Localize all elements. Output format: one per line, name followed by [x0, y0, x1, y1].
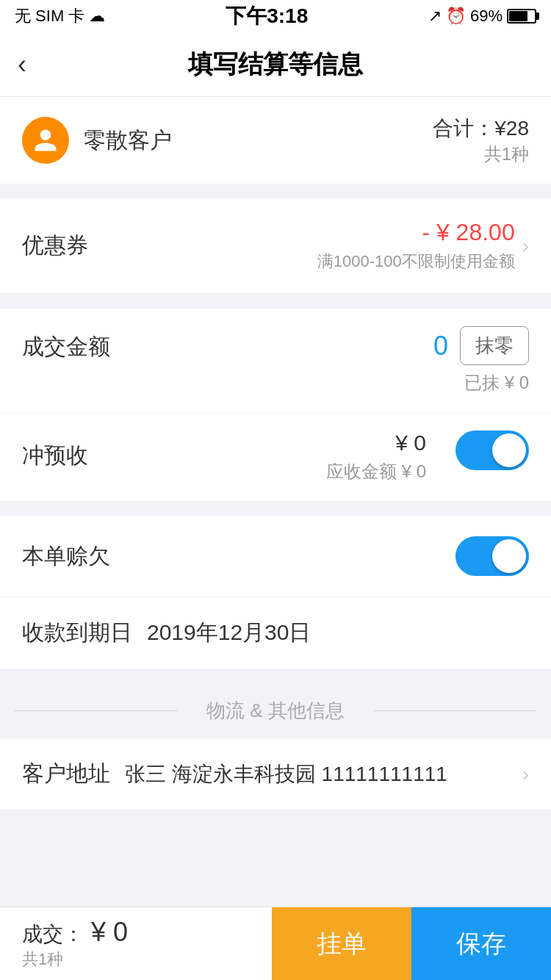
- flush-amount: ¥ 0: [395, 430, 426, 455]
- coupon-section: 优惠券 - ¥ 28.00 满1000-100不限制使用金额 ›: [0, 198, 551, 294]
- address-value: 张三 海淀永丰科技园 11111111111: [125, 760, 522, 788]
- bottom-bar: 成交： ¥ 0 共1种 挂单 保存: [0, 907, 551, 980]
- flush-prepay-toggle[interactable]: [455, 430, 529, 470]
- coupon-row[interactable]: 优惠券 - ¥ 28.00 满1000-100不限制使用金额 ›: [0, 198, 551, 294]
- coupon-amount: - ¥ 28.00: [422, 219, 514, 246]
- hold-button[interactable]: 挂单: [272, 907, 411, 980]
- debit-row: 本单赊欠: [0, 516, 551, 597]
- deal-amount-right: 0 抹零 已抹 ¥ 0: [404, 326, 529, 394]
- sim-status: 无 SIM 卡 ☁: [15, 5, 105, 27]
- debit-toggle-knob: [492, 539, 526, 573]
- page-title: 填写结算等信息: [188, 48, 363, 82]
- save-button[interactable]: 保存: [411, 907, 551, 980]
- battery-icon: [507, 9, 536, 24]
- back-button[interactable]: ‹: [18, 49, 26, 80]
- debit-section: 本单赊欠 收款到期日 2019年12月30日: [0, 516, 551, 669]
- customer-avatar: [22, 117, 69, 164]
- flush-prepay-right: ¥ 0 应收金额 ¥ 0: [326, 430, 426, 483]
- coupon-right: - ¥ 28.00 满1000-100不限制使用金额 ›: [317, 219, 529, 273]
- deal-section: 成交金额 0 抹零 已抹 ¥ 0 冲预收 ¥ 0 应收金额 ¥ 0: [0, 309, 551, 501]
- logistics-divider: 物流 & 其他信息: [0, 683, 551, 738]
- alarm-icon: ⏰: [446, 7, 466, 26]
- coupon-label: 优惠券: [22, 231, 88, 261]
- address-chevron-icon: ›: [522, 763, 529, 786]
- status-left: 无 SIM 卡 ☁: [15, 5, 105, 27]
- battery-percent: 69%: [470, 7, 503, 26]
- customer-name: 零散客户: [84, 126, 172, 156]
- bottom-deal-row: 成交： ¥ 0: [22, 917, 250, 948]
- address-row[interactable]: 客户地址 张三 海淀永丰科技园 11111111111 ›: [0, 738, 551, 810]
- coupon-chevron-icon: ›: [522, 234, 529, 258]
- status-time: 下午3:18: [226, 2, 308, 30]
- logistics-line-left: [15, 710, 177, 711]
- due-date-row: 收款到期日 2019年12月30日: [0, 597, 551, 669]
- nav-bar: ‹ 填写结算等信息: [0, 32, 551, 97]
- due-date-label: 收款到期日: [22, 618, 132, 648]
- deal-amount-value[interactable]: 0: [404, 331, 448, 361]
- debit-label: 本单赊欠: [22, 541, 110, 572]
- flush-sub-label: 应收金额 ¥ 0: [326, 460, 426, 483]
- deal-sub-label: 已抹 ¥ 0: [464, 371, 529, 394]
- due-date-value[interactable]: 2019年12月30日: [147, 618, 311, 648]
- flush-prepay-row: 冲预收 ¥ 0 应收金额 ¥ 0: [0, 413, 551, 501]
- customer-total: 合计：¥28: [433, 115, 529, 143]
- coupon-desc: 满1000-100不限制使用金额: [317, 251, 515, 273]
- status-bar: 无 SIM 卡 ☁ 下午3:18 ↗ ⏰ 69%: [0, 0, 551, 32]
- customer-total-area: 合计：¥28 共1种: [433, 115, 529, 166]
- logistics-line-right: [374, 710, 536, 711]
- address-section: 客户地址 张三 海淀永丰科技园 11111111111 ›: [0, 738, 551, 810]
- toggle-knob: [492, 433, 526, 467]
- address-label: 客户地址: [22, 759, 110, 789]
- logistics-section-label: 物流 & 其他信息: [192, 698, 359, 724]
- bottom-info: 成交： ¥ 0 共1种: [0, 907, 272, 980]
- deal-amount-row: 成交金额 0 抹零 已抹 ¥ 0: [0, 309, 551, 413]
- status-right: ↗ ⏰ 69%: [428, 7, 536, 26]
- customer-count: 共1种: [433, 143, 529, 166]
- bottom-deal-label: 成交：: [22, 920, 84, 948]
- deal-amount-label: 成交金额: [22, 326, 110, 362]
- bottom-count: 共1种: [22, 948, 250, 970]
- round-off-button[interactable]: 抹零: [460, 326, 529, 365]
- debit-toggle[interactable]: [455, 536, 529, 576]
- bottom-deal-amount: ¥ 0: [91, 917, 128, 948]
- flush-prepay-label: 冲预收: [22, 430, 88, 471]
- customer-info: 零散客户: [22, 117, 172, 164]
- customer-row: 零散客户 合计：¥28 共1种: [0, 97, 551, 184]
- direction-icon: ↗: [428, 7, 442, 26]
